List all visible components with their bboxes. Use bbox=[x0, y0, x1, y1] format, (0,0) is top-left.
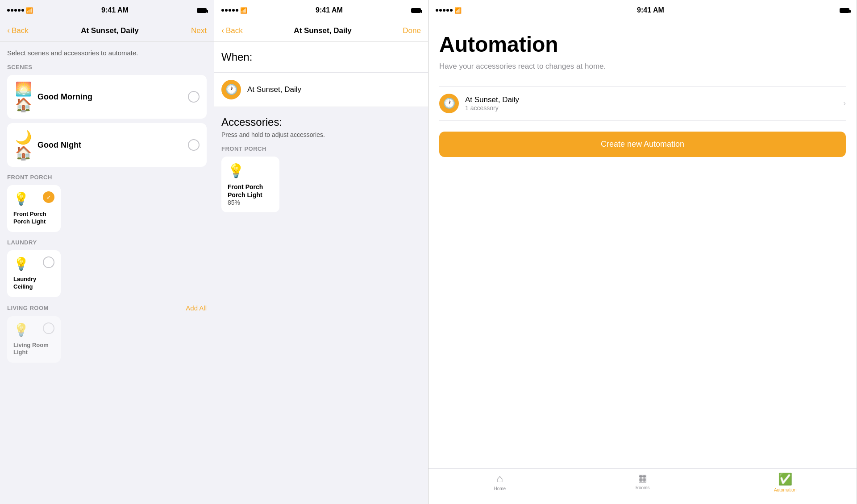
tab-home[interactable]: ⌂ Home bbox=[428, 472, 571, 499]
good-night-icon: 🌙🏠 bbox=[14, 129, 32, 161]
clock-icon: 🕐 bbox=[221, 80, 241, 99]
tab-bar: ⌂ Home ▦ Rooms ✅ Automation bbox=[428, 468, 857, 504]
battery-3 bbox=[840, 8, 849, 13]
lr-name-1: Living RoomLight bbox=[13, 342, 54, 357]
wifi-icon-2: 📶 bbox=[240, 7, 247, 14]
bulb-icon-yellow: 💡 bbox=[13, 191, 29, 206]
status-left-2: 📶 bbox=[221, 7, 247, 14]
laundry-radio[interactable] bbox=[43, 256, 54, 268]
status-right-3 bbox=[840, 8, 849, 13]
status-bar-1: 📶 9:41 AM bbox=[0, 0, 214, 20]
create-automation-button[interactable]: Create new Automation bbox=[439, 132, 846, 157]
back-label-2: Back bbox=[226, 26, 243, 35]
status-left-1: 📶 bbox=[7, 7, 33, 14]
home-icon: ⌂ bbox=[497, 472, 503, 485]
chevron-right-icon: › bbox=[843, 99, 846, 108]
phone-1: 📶 9:41 AM ‹ Back At Sunset, Daily Next S… bbox=[0, 0, 214, 504]
battery-1 bbox=[197, 8, 207, 13]
status-time-3: 9:41 AM bbox=[637, 6, 664, 14]
chevron-left-icon-2: ‹ bbox=[221, 26, 224, 35]
next-button[interactable]: Next bbox=[191, 26, 207, 35]
chevron-left-icon: ‹ bbox=[7, 26, 10, 35]
signal-dots-3 bbox=[436, 9, 453, 12]
front-porch-name: Front PorchPorch Light bbox=[13, 211, 54, 226]
back-label-1: Back bbox=[12, 26, 29, 35]
porch-bulb-icon: 💡 bbox=[228, 163, 273, 178]
laundry-icon-row: 💡 bbox=[13, 256, 54, 271]
done-button[interactable]: Done bbox=[403, 26, 421, 35]
laundry-ceiling-card[interactable]: 💡 LaundryCeiling bbox=[7, 250, 61, 297]
phone-2: 📶 9:41 AM ‹ Back At Sunset, Daily Done W… bbox=[214, 0, 428, 504]
ceiling-light-icon: 💡 bbox=[13, 256, 29, 271]
status-time-1: 9:41 AM bbox=[101, 6, 129, 14]
scenes-header: SCENES bbox=[7, 64, 207, 70]
accessories-section: Accessories: Press and hold to adjust ac… bbox=[214, 107, 428, 504]
phone1-content: Select scenes and accessories to automat… bbox=[0, 42, 214, 504]
lr-icon-row-1: 💡 bbox=[13, 322, 54, 337]
accessories-title: Accessories: bbox=[221, 116, 421, 128]
phone-3: 📶 9:41 AM Automation Have your accessori… bbox=[428, 0, 857, 504]
good-morning-label: Good Morning bbox=[37, 92, 92, 102]
wifi-icon-3: 📶 bbox=[454, 7, 462, 14]
select-subtitle: Select scenes and accessories to automat… bbox=[7, 49, 207, 57]
nav-title-2: At Sunset, Daily bbox=[294, 26, 351, 35]
status-bar-3: 📶 9:41 AM bbox=[428, 0, 857, 20]
front-porch-light-card[interactable]: 💡 ✓ Front PorchPorch Light bbox=[7, 185, 61, 232]
laundry-header: LAUNDRY bbox=[7, 239, 207, 246]
automation-title: Automation bbox=[439, 33, 846, 57]
front-porch-grid: 💡 ✓ Front PorchPorch Light bbox=[7, 185, 207, 232]
nav-bar-1: ‹ Back At Sunset, Daily Next bbox=[0, 20, 214, 42]
automation-subtitle: Have your accessories react to changes a… bbox=[439, 61, 846, 72]
automation-content: Automation Have your accessories react t… bbox=[428, 20, 857, 468]
signal-dots bbox=[7, 9, 24, 12]
auto-item-name: At Sunset, Daily bbox=[465, 95, 837, 104]
status-time-2: 9:41 AM bbox=[316, 6, 343, 14]
tab-rooms[interactable]: ▦ Rooms bbox=[571, 472, 714, 499]
scene-left-night: 🌙🏠 Good Night bbox=[14, 129, 81, 161]
trigger-row[interactable]: 🕐 At Sunset, Daily bbox=[214, 73, 428, 107]
living-room-header: LIVING ROOM bbox=[7, 305, 49, 311]
status-right-2 bbox=[411, 8, 421, 13]
lr-radio-1[interactable] bbox=[43, 322, 54, 334]
battery-2 bbox=[411, 8, 421, 13]
scene-left-morning: 🌅🏠 Good Morning bbox=[14, 81, 92, 112]
tab-rooms-label: Rooms bbox=[636, 485, 650, 490]
good-morning-radio[interactable] bbox=[188, 91, 200, 103]
add-all-button[interactable]: Add All bbox=[186, 304, 207, 312]
scene-good-night[interactable]: 🌙🏠 Good Night bbox=[7, 123, 207, 167]
tab-automation-label: Automation bbox=[774, 487, 797, 492]
laundry-grid: 💡 LaundryCeiling bbox=[7, 250, 207, 297]
porch-card-name: Front PorchPorch Light bbox=[228, 183, 273, 199]
living-room-grid: 💡 Living RoomLight bbox=[7, 316, 207, 363]
automation-item[interactable]: 🕐 At Sunset, Daily 1 accessory › bbox=[439, 86, 846, 121]
living-room-row: LIVING ROOM Add All bbox=[7, 304, 207, 312]
nav-title-1: At Sunset, Daily bbox=[81, 26, 138, 35]
porch-card[interactable]: 💡 Front PorchPorch Light 85% bbox=[221, 157, 279, 212]
trigger-text: At Sunset, Daily bbox=[247, 85, 301, 94]
porch-percent: 85% bbox=[228, 199, 273, 206]
signal-dots-2 bbox=[221, 9, 238, 12]
tab-home-label: Home bbox=[494, 486, 506, 491]
front-porch-header: FRONT PORCH bbox=[7, 174, 207, 181]
accessories-subtitle: Press and hold to adjust accessories. bbox=[221, 131, 421, 138]
when-label: When: bbox=[221, 51, 252, 63]
back-button-2[interactable]: ‹ Back bbox=[221, 26, 243, 35]
automation-icon: ✅ bbox=[778, 472, 792, 486]
front-porch-icon-row: 💡 ✓ bbox=[13, 191, 54, 206]
lr-bulb-icon-1: 💡 bbox=[13, 322, 29, 337]
living-room-card-1[interactable]: 💡 Living RoomLight bbox=[7, 316, 61, 363]
rooms-icon: ▦ bbox=[638, 472, 647, 484]
scene-good-morning[interactable]: 🌅🏠 Good Morning bbox=[7, 75, 207, 119]
clock-icon-3: 🕐 bbox=[439, 94, 459, 113]
auto-item-sub: 1 accessory bbox=[465, 104, 837, 112]
back-button-1[interactable]: ‹ Back bbox=[7, 26, 29, 35]
good-night-radio[interactable] bbox=[188, 139, 200, 151]
status-bar-2: 📶 9:41 AM bbox=[214, 0, 428, 20]
good-morning-icon: 🌅🏠 bbox=[14, 81, 32, 112]
good-night-label: Good Night bbox=[37, 140, 81, 150]
when-section: When: bbox=[214, 42, 428, 73]
laundry-name: LaundryCeiling bbox=[13, 276, 54, 291]
front-porch-check: ✓ bbox=[43, 191, 54, 203]
tab-automation[interactable]: ✅ Automation bbox=[714, 472, 857, 499]
front-porch-header-2: FRONT PORCH bbox=[221, 145, 421, 152]
